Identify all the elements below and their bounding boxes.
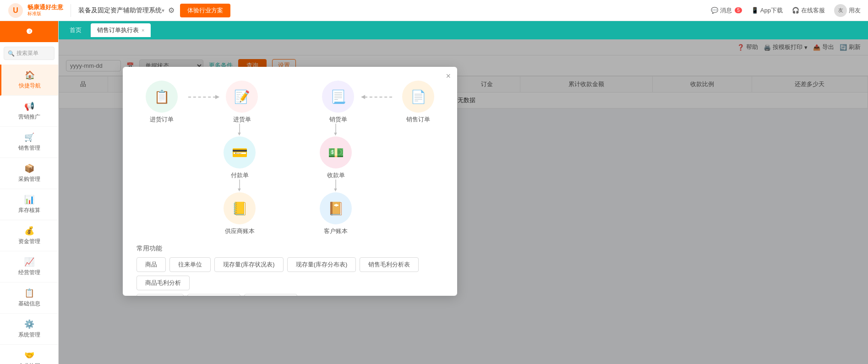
supplier-ledger-circle: 📒: [224, 192, 256, 224]
customer-ledger-label: 客户账本: [324, 227, 348, 235]
sidebar-item-label: 快捷导航: [19, 82, 41, 90]
sales-receipt-label: 销货单: [329, 115, 347, 124]
common-btn-counterparty[interactable]: 往来单位: [169, 257, 211, 272]
search-button[interactable]: 🔍 搜索菜单: [4, 47, 55, 60]
sidebar-logo-text: 🅤: [27, 28, 32, 35]
system-icon: ⚙️: [24, 319, 34, 329]
common-btn-sales-rank[interactable]: 销售排行榜: [136, 294, 184, 296]
purchase-down-col: ▼: [214, 124, 265, 133]
system-dropdown-icon[interactable]: ▾: [162, 7, 164, 14]
supplier-ledger-icon: 📒: [232, 201, 248, 216]
sales-receipt-circle: 📃: [322, 81, 354, 113]
app-download-label: App下载: [760, 6, 783, 15]
tab-home[interactable]: 首页: [62, 22, 89, 38]
receipt-circle: 💵: [320, 136, 352, 168]
modal-close-button[interactable]: ×: [446, 71, 451, 81]
purchase-receipt-icon: 📝: [234, 89, 250, 104]
top-actions: 💬 消息 5 📱 App下载 🎧 在线客服 友 用友: [711, 4, 861, 17]
sidebar-item-system[interactable]: ⚙️ 系统管理: [0, 314, 58, 345]
sidebar-item-label: 经营管理: [18, 269, 40, 277]
sidebar-item-cooperation[interactable]: 🤝 企业协同: [0, 345, 58, 364]
sales-order-label: 销售订单: [406, 115, 430, 124]
spacer-mid: [265, 124, 311, 133]
sidebar-item-basic-info[interactable]: 📋 基础信息: [0, 283, 58, 314]
common-btn-stock-dist[interactable]: 现存量(库存分布表): [287, 257, 356, 272]
experience-button[interactable]: 体验行业方案: [180, 4, 230, 17]
message-icon: 💬: [711, 7, 718, 14]
sidebar-item-purchase[interactable]: 📦 采购管理: [0, 158, 58, 189]
common-btn-stock-status[interactable]: 现存量(库存状况表): [214, 257, 284, 272]
flow-node-supplier-ledger[interactable]: 📒 供应商账本: [214, 192, 265, 235]
sidebar: 🅤 🔍 搜索菜单 🏠 快捷导航 📢 营销推广 🛒: [0, 21, 59, 364]
receipt-icon: 💵: [328, 145, 344, 160]
sidebar-nav: 🏠 快捷导航 📢 营销推广 🛒 销售管理 📦 采购管理 📊 库存核: [0, 65, 58, 364]
sidebar-item-finance[interactable]: 💰 资金管理: [0, 220, 58, 251]
tab-active-label: 销售订单执行表: [97, 26, 139, 34]
svg-text:U: U: [13, 6, 18, 14]
cooperation-icon: 🤝: [24, 350, 34, 360]
common-btn-goods-profit[interactable]: 商品毛利分析: [136, 276, 190, 290]
spacer-arrow: [187, 124, 214, 133]
sidebar-item-label: 基础信息: [18, 300, 40, 308]
flow-node-receipt[interactable]: 💵 收款单: [311, 136, 361, 179]
marketing-icon: 📢: [24, 101, 34, 111]
spacer-right: [388, 124, 439, 133]
sidebar-item-inventory[interactable]: 📊 库存核算: [0, 189, 58, 220]
sidebar-logo: 🅤: [0, 21, 58, 42]
content-area: 首页 销售订单执行表 × ❓ 帮助 🖨️ 按模板打印 ▾: [59, 21, 868, 364]
common-functions-section: 常用功能 商品 往来单位 现存量(库存状况表) 现存量(库存分布表) 销售毛利分…: [123, 240, 457, 296]
spacer-left: [136, 124, 187, 133]
arrow-sales-order-to-receipt: ◀: [363, 97, 393, 108]
finance-icon: 💰: [24, 226, 34, 236]
sidebar-item-operation[interactable]: 📈 经营管理: [0, 251, 58, 283]
app-download-action[interactable]: 📱 App下载: [751, 6, 783, 15]
sidebar-item-sales[interactable]: 🛒 销售管理: [0, 127, 58, 158]
sidebar-item-marketing[interactable]: 📢 营销推广: [0, 96, 58, 127]
avatar-text: 友: [838, 7, 843, 14]
sidebar-item-label: 库存核算: [18, 206, 40, 214]
sidebar-item-quick-nav[interactable]: 🏠 快捷导航: [0, 65, 58, 96]
message-badge: 5: [735, 7, 742, 13]
message-label: 消息: [720, 6, 732, 15]
basic-info-icon: 📋: [24, 288, 34, 298]
headset-icon: 🎧: [792, 7, 799, 14]
common-btn-receipt-stats[interactable]: 收款情况统计: [187, 294, 240, 296]
flow-node-customer-ledger[interactable]: 📔 客户账本: [311, 192, 361, 235]
common-btn-goods[interactable]: 商品: [136, 257, 166, 272]
user-action[interactable]: 友 用友: [834, 4, 861, 17]
sales-down-col: ▼: [311, 124, 361, 133]
common-buttons-row-2: 销售排行榜 收款情况统计 付款情况统计: [136, 294, 443, 296]
purchase-order-circle: 📋: [146, 81, 178, 113]
flow-node-payment[interactable]: 💳 付款单: [214, 136, 265, 179]
flow-node-purchase-receipt[interactable]: 📝 进货单: [217, 81, 267, 124]
purchase-receipt-label: 进货单: [233, 115, 251, 124]
sales-order-icon: 📄: [410, 89, 426, 104]
user-label: 用友: [849, 6, 861, 15]
flow-node-sales-receipt[interactable]: 📃 销货单: [313, 81, 363, 124]
logo-subtitle: 标准版: [27, 11, 63, 17]
customer-ledger-circle: 📔: [320, 192, 352, 224]
supplier-ledger-label: 供应商账本: [225, 227, 255, 235]
online-service-action[interactable]: 🎧 在线客服: [792, 6, 825, 15]
receipt-down-col: ▼: [311, 179, 361, 189]
tab-active[interactable]: 销售订单执行表 ×: [91, 23, 151, 37]
settings-icon[interactable]: ⚙: [168, 6, 175, 15]
search-icon: 🔍: [8, 50, 15, 57]
flow-node-sales-order[interactable]: 📄 销售订单: [393, 81, 443, 124]
flow-node-purchase-order[interactable]: 📋 进货订单: [136, 81, 187, 124]
sidebar-item-label: 采购管理: [18, 175, 40, 183]
page-content: ❓ 帮助 🖨️ 按模板打印 ▾ 📤 导出 🔄 刷新: [59, 39, 868, 364]
message-action[interactable]: 💬 消息 5: [711, 6, 742, 15]
tab-close-icon[interactable]: ×: [142, 27, 144, 33]
top-divider: [71, 4, 71, 17]
payment-circle: 💳: [224, 136, 256, 168]
sidebar-item-label: 销售管理: [18, 144, 40, 152]
sidebar-item-label: 企业协同: [18, 362, 40, 364]
common-btn-payment-stats[interactable]: 付款情况统计: [244, 294, 297, 296]
sidebar-search-area: 🔍 搜索菜单: [0, 42, 58, 65]
logo-icon: U: [7, 2, 24, 19]
quick-nav-modal: × 📋 进货订单: [123, 67, 457, 296]
customer-ledger-icon: 📔: [328, 201, 344, 216]
spacer-arrow-right: [361, 124, 388, 133]
common-btn-sales-profit[interactable]: 销售毛利分析表: [360, 257, 419, 272]
